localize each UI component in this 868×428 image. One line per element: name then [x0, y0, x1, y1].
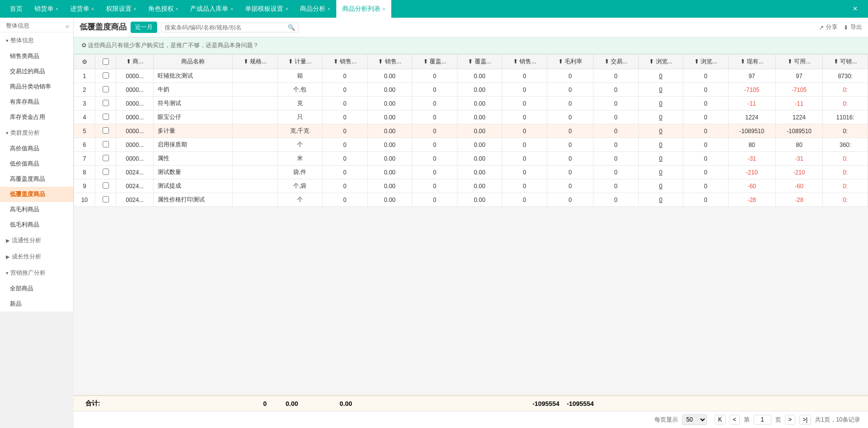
row-checkbox[interactable] — [103, 127, 109, 134]
filter-recent-btn[interactable]: 近一月 — [131, 22, 157, 33]
col-current-stock[interactable]: ⬆ 现有... — [728, 55, 775, 69]
sidebar-section-growth[interactable]: ▶ 成长性分析 — [0, 249, 73, 265]
cell-browse1[interactable]: 0 — [638, 97, 683, 111]
nav-home[interactable]: 首页 — [4, 0, 28, 18]
cell-current: 97 — [728, 69, 775, 83]
row-checkbox[interactable] — [103, 182, 109, 189]
cell-browse1[interactable]: 0 — [638, 193, 683, 207]
col-checkbox[interactable] — [95, 55, 116, 69]
sidebar-item-sales-goods[interactable]: 销售类商品 — [0, 49, 73, 64]
cell-browse1[interactable]: 0 — [638, 138, 683, 152]
sidebar-section-marketing[interactable]: ▾ 营销推广分析 — [0, 265, 73, 281]
row-checkbox[interactable] — [103, 114, 109, 120]
page-number-input[interactable] — [754, 415, 771, 425]
nav-analysis-list-close[interactable]: × — [382, 6, 385, 12]
nav-products[interactable]: 产成品入库单 × — [184, 0, 239, 18]
per-page-select[interactable]: 20 50 100 200 — [682, 414, 707, 425]
nav-permissions[interactable]: 权限设置 × — [100, 0, 142, 18]
cell-checkbox[interactable] — [95, 83, 116, 97]
window-close-button[interactable]: × — [846, 0, 864, 18]
sidebar-item-high-value[interactable]: 高价值商品 — [0, 141, 73, 156]
cell-browse1[interactable]: 0 — [638, 124, 683, 138]
col-name[interactable]: 商品名称 — [154, 55, 233, 69]
col-coverage1[interactable]: ⬆ 覆盖... — [412, 55, 458, 69]
nav-sales[interactable]: 销货单 × — [28, 0, 64, 18]
settings-icon[interactable]: ⚙ — [82, 58, 87, 65]
cell-checkbox[interactable] — [95, 166, 116, 179]
sidebar-item-high-coverage[interactable]: 高覆盖度商品 — [0, 171, 73, 187]
nav-products-close[interactable]: × — [230, 6, 233, 12]
col-available-stock[interactable]: ⬆ 可用... — [776, 55, 823, 69]
nav-template[interactable]: 单据模板设置 × — [239, 0, 294, 18]
nav-purchase-close[interactable]: × — [91, 6, 94, 12]
col-browse1[interactable]: ⬆ 浏览... — [638, 55, 683, 69]
cell-checkbox[interactable] — [95, 124, 116, 138]
next-page-btn[interactable]: > — [785, 415, 795, 425]
col-sellable[interactable]: ⬆ 可销... — [823, 55, 868, 69]
col-sales3[interactable]: ⬆ 销售... — [502, 55, 547, 69]
select-all-checkbox[interactable] — [103, 58, 109, 65]
col-unit[interactable]: ⬆ 计量... — [277, 55, 323, 69]
col-sales-amt[interactable]: ⬆ 销售... — [367, 55, 412, 69]
cell-browse1[interactable]: 0 — [638, 179, 683, 193]
export-btn[interactable]: ⬇ 导出 — [843, 23, 862, 31]
nav-permissions-close[interactable]: × — [134, 6, 136, 12]
share-btn[interactable]: ↗ 分享 — [819, 23, 838, 31]
cell-sales-qty: 0 — [323, 179, 368, 193]
cell-browse1[interactable]: 0 — [638, 69, 683, 83]
nav-roles-close[interactable]: × — [176, 6, 179, 12]
cell-browse1[interactable]: 0 — [638, 111, 683, 124]
sidebar-item-low-value[interactable]: 低价值商品 — [0, 156, 73, 171]
sidebar-item-all-goods[interactable]: 全部商品 — [0, 281, 73, 296]
row-checkbox[interactable] — [103, 155, 109, 161]
col-browse2[interactable]: ⬆ 浏览... — [683, 55, 729, 69]
nav-roles[interactable]: 角色授权 × — [142, 0, 185, 18]
col-sales-qty[interactable]: ⬆ 销售... — [323, 55, 368, 69]
cell-browse1[interactable]: 0 — [638, 166, 683, 179]
cell-cov2: 0.00 — [457, 124, 502, 138]
row-checkbox[interactable] — [103, 72, 109, 79]
cell-checkbox[interactable] — [95, 97, 116, 111]
col-coverage2[interactable]: ⬆ 覆盖... — [457, 55, 502, 69]
cell-checkbox[interactable] — [95, 69, 116, 83]
col-code[interactable]: ⬆ 商... — [116, 55, 153, 69]
cell-checkbox[interactable] — [95, 111, 116, 124]
cell-checkbox[interactable] — [95, 193, 116, 207]
sidebar-item-in-stock[interactable]: 有库存商品 — [0, 94, 73, 110]
cell-browse1[interactable]: 0 — [638, 83, 683, 97]
row-checkbox[interactable] — [103, 86, 109, 92]
cell-browse1[interactable]: 0 — [638, 152, 683, 166]
sidebar-item-low-margin[interactable]: 低毛利商品 — [0, 217, 73, 232]
row-checkbox[interactable] — [103, 169, 109, 175]
col-gross-margin[interactable]: ⬆ 毛利率 — [547, 55, 593, 69]
sidebar-section-circulation[interactable]: ▶ 流通性分析 — [0, 232, 73, 249]
sidebar-item-capital[interactable]: 库存资金占用 — [0, 110, 73, 125]
cell-checkbox[interactable] — [95, 179, 116, 193]
sidebar-item-category-rate[interactable]: 商品分类动销率 — [0, 79, 73, 94]
sidebar-collapse-btn[interactable]: « — [65, 22, 69, 30]
nav-sales-close[interactable]: × — [55, 6, 58, 12]
nav-analysis-list[interactable]: 商品分析列表 × — [336, 0, 391, 18]
row-checkbox[interactable] — [103, 196, 109, 202]
last-page-btn[interactable]: >| — [799, 415, 811, 425]
cell-checkbox[interactable] — [95, 138, 116, 152]
sidebar-section-overall[interactable]: ▾ 整体信息 — [0, 32, 73, 49]
cell-checkbox[interactable] — [95, 152, 116, 166]
row-checkbox[interactable] — [103, 141, 109, 147]
prev-page-btn[interactable]: < — [730, 415, 740, 425]
first-page-btn[interactable]: K — [715, 415, 726, 425]
nav-purchase[interactable]: 进货单 × — [64, 0, 100, 18]
sidebar-item-high-margin[interactable]: 高毛利商品 — [0, 202, 73, 217]
sidebar-item-low-coverage[interactable]: 低覆盖度商品 — [0, 187, 73, 202]
nav-template-close[interactable]: × — [285, 6, 288, 12]
sidebar-section-cluster[interactable]: ▾ 类群度分析 — [0, 125, 73, 141]
col-transaction[interactable]: ⬆ 交易... — [594, 55, 639, 69]
sidebar-item-traded-goods[interactable]: 交易过的商品 — [0, 64, 73, 79]
row-checkbox[interactable] — [103, 100, 109, 106]
sidebar-item-new-goods[interactable]: 新品 — [0, 296, 73, 312]
col-spec[interactable]: ⬆ 规格... — [233, 55, 278, 69]
nav-analysis-close[interactable]: × — [327, 6, 330, 12]
search-input[interactable] — [164, 24, 288, 31]
nav-analysis[interactable]: 商品分析 × — [294, 0, 336, 18]
col-settings[interactable]: ⚙ — [74, 55, 95, 69]
